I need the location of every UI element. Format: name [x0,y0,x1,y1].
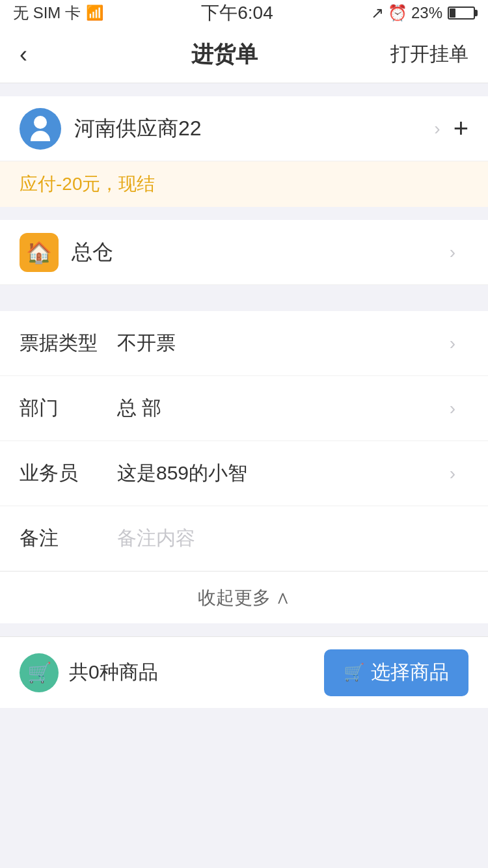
ticket-type-row[interactable]: 票据类型 不开票 › [0,311,488,376]
collapse-row[interactable]: 收起更多 ∧ [0,571,488,623]
warehouse-section: 🏠 总仓 › [0,220,488,285]
ticket-type-chevron-icon: › [450,333,455,354]
remark-label: 备注 [20,525,111,552]
supplier-chevron-icon: › [434,118,440,139]
product-count-text: 共0种商品 [69,659,158,686]
warehouse-icon: 🏠 [20,233,59,272]
salesman-row[interactable]: 业务员 这是859的小智 › [0,441,488,506]
add-supplier-button[interactable]: + [454,114,468,143]
warehouse-row[interactable]: 🏠 总仓 › [0,220,488,285]
supplier-avatar [20,108,61,150]
supplier-section: 河南供应商22 › + 应付-20元，现结 [0,96,488,207]
warehouse-name: 总仓 [72,238,450,267]
ticket-type-label: 票据类型 [20,330,111,357]
department-chevron-icon: › [450,398,455,419]
collapse-label: 收起更多 ∧ [198,586,291,610]
remark-row[interactable]: 备注 备注内容 [0,506,488,571]
time-label: 下午6:04 [201,1,273,25]
department-label: 部门 [20,395,111,422]
form-section: 票据类型 不开票 › 部门 总 部 › 业务员 这是859的小智 › 备注 备注… [0,311,488,623]
wifi-icon: 📶 [86,5,103,21]
nav-bar: ‹ 进货单 打开挂单 [0,26,488,83]
gap-1 [0,83,488,96]
select-product-button[interactable]: 🛒 选择商品 [324,649,468,696]
info-banner-text: 应付-20元，现结 [20,174,155,194]
info-banner: 应付-20元，现结 [0,161,488,207]
carrier-label: 无 SIM 卡 [13,3,81,23]
salesman-label: 业务员 [20,460,111,487]
location-icon: ↗ [371,4,384,22]
gap-3 [0,285,488,298]
supplier-name: 河南供应商22 [74,115,434,143]
supplier-row[interactable]: 河南供应商22 › + [0,96,488,161]
product-count-wrap: 🛒 共0种商品 [20,653,158,692]
department-value: 总 部 [111,395,450,422]
warehouse-chevron-icon: › [450,242,455,263]
alarm-icon: ⏰ [388,4,407,22]
bottom-gray-area [0,708,488,868]
page-title: 进货单 [191,40,258,70]
select-product-label: 选择商品 [371,659,449,686]
ticket-type-value: 不开票 [111,330,450,357]
salesman-value: 这是859的小智 [111,460,450,487]
select-product-icon: 🛒 [344,662,364,683]
gap-2 [0,207,488,220]
remark-input[interactable]: 备注内容 [111,525,468,552]
open-pending-button[interactable]: 打开挂单 [390,41,468,68]
cart-icon: 🛒 [20,653,59,692]
salesman-chevron-icon: › [450,463,455,484]
person-icon [31,116,50,141]
status-left: 无 SIM 卡 📶 [13,3,103,23]
back-button[interactable]: ‹ [20,41,59,68]
department-row[interactable]: 部门 总 部 › [0,376,488,441]
status-bar: 无 SIM 卡 📶 下午6:04 ↗ ⏰ 23% [0,0,488,26]
battery-icon [448,7,475,20]
status-right: ↗ ⏰ 23% [371,4,475,22]
battery-percent: 23% [411,4,442,22]
bottom-bar: 🛒 共0种商品 🛒 选择商品 [0,636,488,708]
